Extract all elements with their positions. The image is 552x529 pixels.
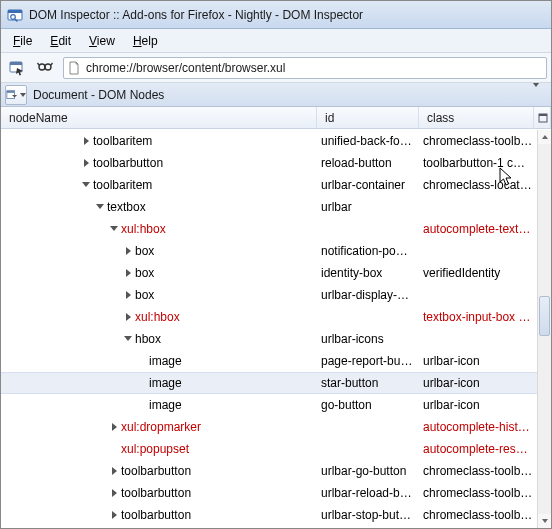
node-name: box [135,244,154,258]
twisty-expanded-icon[interactable] [95,202,105,212]
menu-edit[interactable]: Edit [42,32,79,50]
node-name: toolbarbutton [121,464,191,478]
node-name: hbox [135,332,161,346]
tree-row[interactable]: imagepage-report-but…urlbar-icon [1,350,537,372]
node-id: unified-back-fo… [317,134,419,148]
svg-point-7 [45,64,51,70]
node-class: verifiedIdentity [419,266,537,280]
twisty-none [109,444,119,454]
tree-row[interactable]: imagego-buttonurlbar-icon [1,394,537,416]
node-class: autocomplete-res… [419,442,537,456]
node-class: autocomplete-text… [419,222,537,236]
tree-row[interactable]: hboxurlbar-icons [1,328,537,350]
twisty-none [137,400,147,410]
twisty-collapsed-icon[interactable] [81,136,91,146]
tree-row[interactable]: xul:hboxautocomplete-text… [1,218,537,240]
tree-row[interactable]: toolbarbuttonurlbar-stop-but…chromeclass… [1,504,537,526]
node-name: xul:popupset [121,442,189,456]
tree-row[interactable]: boxidentity-boxverifiedIdentity [1,262,537,284]
app-icon [7,7,23,23]
tree-row[interactable]: toolbarbuttonurlbar-go-buttonchromeclass… [1,460,537,482]
node-id: go-button [317,398,419,412]
node-id: reload-button [317,156,419,170]
menu-file[interactable]: File [5,32,40,50]
node-name: toolbaritem [93,178,152,192]
column-id[interactable]: id [317,107,419,128]
panel-menu-dropdown[interactable] [533,87,547,101]
svg-rect-1 [8,10,22,13]
node-id: urlbar-icons [317,332,419,346]
node-id: urlbar-container [317,178,419,192]
svg-rect-14 [539,114,547,116]
node-name: toolbarbutton [121,486,191,500]
menu-help[interactable]: Help [125,32,166,50]
find-node-button[interactable] [33,56,57,80]
twisty-expanded-icon[interactable] [123,334,133,344]
twisty-collapsed-icon[interactable] [109,488,119,498]
tree-row[interactable]: xul:dropmarkerautocomplete-hist… [1,416,537,438]
scroll-down-button[interactable] [538,514,551,528]
column-picker-button[interactable] [533,107,551,129]
column-nodeName[interactable]: nodeName [1,107,317,128]
node-name: image [149,398,182,412]
twisty-collapsed-icon[interactable] [109,422,119,432]
tree-row[interactable]: imagestar-buttonurlbar-icon [1,372,537,394]
twisty-collapsed-icon[interactable] [109,510,119,520]
twisty-expanded-icon[interactable] [81,180,91,190]
twisty-expanded-icon[interactable] [109,224,119,234]
tree-row[interactable]: toolbaritemunified-back-fo…chromeclass-t… [1,130,537,152]
node-class: chromeclass-toolb… [419,508,537,522]
node-name: toolbaritem [93,134,152,148]
tree-row[interactable]: xul:hboxtextbox-input-box … [1,306,537,328]
node-id: page-report-but… [317,354,419,368]
node-class: textbox-input-box … [419,310,537,324]
chevron-down-icon [20,93,26,97]
scroll-thumb[interactable] [539,296,550,336]
node-class: chromeclass-toolb… [419,464,537,478]
tree-column-header: nodeName id class [1,107,551,129]
node-class: chromeclass-toolb… [419,134,537,148]
tree-body[interactable]: toolbaritemunified-back-fo…chromeclass-t… [1,130,537,528]
node-id: identity-box [317,266,419,280]
node-name: box [135,288,154,302]
location-input[interactable] [84,59,546,77]
node-name: textbox [107,200,146,214]
node-class: autocomplete-hist… [419,420,537,434]
menu-view[interactable]: View [81,32,123,50]
node-name: image [149,376,182,390]
tree-row[interactable]: toolbarbuttonreload-buttontoolbarbutton-… [1,152,537,174]
toolbar [1,53,551,83]
node-class: chromeclass-locati… [419,178,537,192]
twisty-collapsed-icon[interactable] [123,312,133,322]
chevron-down-icon [533,83,539,101]
tree-row[interactable]: toolbaritemurlbar-containerchromeclass-l… [1,174,537,196]
page-icon [64,61,84,75]
tree-row[interactable]: boxnotification-po… [1,240,537,262]
vertical-scrollbar[interactable] [537,130,551,528]
node-name: xul:hbox [135,310,180,324]
tree-area: toolbaritemunified-back-fo…chromeclass-t… [1,130,551,528]
window-title: DOM Inspector :: Add-ons for Firefox - N… [29,8,363,22]
menubar: File Edit View Help [1,29,551,53]
twisty-collapsed-icon[interactable] [123,290,133,300]
tree-row[interactable]: xul:popupsetautocomplete-res… [1,438,537,460]
panel-title: Document - DOM Nodes [33,88,164,102]
column-class[interactable]: class [419,107,551,128]
tree-row[interactable]: toolbarbuttonurlbar-reload-b…chromeclass… [1,482,537,504]
tree-row[interactable]: boxurlbar-display-b… [1,284,537,306]
tree-row[interactable]: textboxurlbar [1,196,537,218]
node-class: urlbar-icon [419,398,537,412]
panel-viewer-menu-button[interactable] [5,85,27,105]
node-class: chromeclass-toolb… [419,486,537,500]
scroll-up-button[interactable] [538,130,551,144]
svg-rect-12 [7,90,15,92]
inspect-node-button[interactable] [5,56,29,80]
panel-header: Document - DOM Nodes [1,83,551,107]
twisty-collapsed-icon[interactable] [123,268,133,278]
twisty-collapsed-icon[interactable] [109,466,119,476]
node-name: xul:hbox [121,222,166,236]
twisty-collapsed-icon[interactable] [123,246,133,256]
scroll-track[interactable] [538,144,551,514]
twisty-collapsed-icon[interactable] [81,158,91,168]
node-name: image [149,354,182,368]
